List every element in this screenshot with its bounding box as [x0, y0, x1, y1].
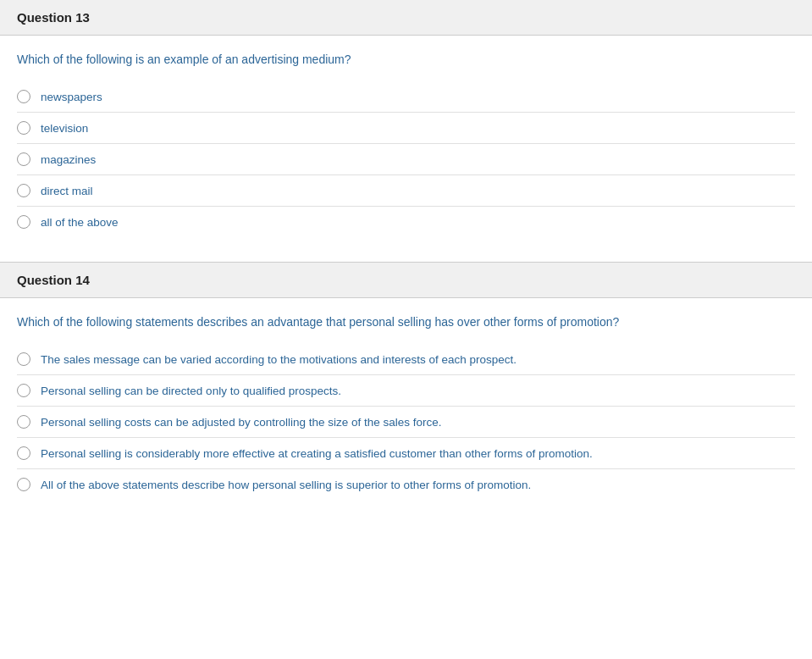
option-label-14-3: Personal selling is considerably more ef…	[41, 447, 593, 460]
radio-13-1[interactable]	[17, 121, 30, 135]
radio-14-2[interactable]	[17, 415, 30, 429]
option-row-14-4[interactable]: All of the above statements describe how…	[17, 469, 795, 500]
radio-13-0[interactable]	[17, 90, 30, 103]
question-13-header: Question 13	[0, 0, 812, 36]
radio-13-2[interactable]	[17, 152, 30, 166]
option-row-14-1[interactable]: Personal selling can be directed only to…	[17, 375, 795, 407]
option-row-13-0[interactable]: newspapers	[17, 81, 795, 113]
option-label-13-4: all of the above	[41, 216, 119, 229]
option-label-14-1: Personal selling can be directed only to…	[41, 385, 341, 397]
option-row-13-3[interactable]: direct mail	[17, 175, 795, 207]
option-row-13-2[interactable]: magazines	[17, 144, 795, 175]
option-row-13-4[interactable]: all of the above	[17, 207, 795, 237]
radio-14-1[interactable]	[17, 384, 30, 397]
question-13-number: Question 13	[17, 10, 90, 25]
option-row-13-1[interactable]: television	[17, 113, 795, 144]
option-row-14-2[interactable]: Personal selling costs can be adjusted b…	[17, 407, 795, 438]
question-13-body: Which of the following is an example of …	[0, 36, 812, 246]
option-row-14-3[interactable]: Personal selling is considerably more ef…	[17, 438, 795, 469]
radio-14-4[interactable]	[17, 478, 30, 491]
page-container: Question 13 Which of the following is an…	[0, 0, 812, 508]
option-label-13-3: direct mail	[41, 185, 93, 197]
option-label-13-1: television	[41, 122, 88, 135]
question-14-header: Question 14	[0, 263, 812, 298]
option-label-14-4: All of the above statements describe how…	[41, 479, 531, 491]
option-row-14-0[interactable]: The sales message can be varied accordin…	[17, 344, 795, 375]
option-label-14-2: Personal selling costs can be adjusted b…	[41, 416, 442, 429]
radio-14-3[interactable]	[17, 446, 30, 460]
option-label-14-0: The sales message can be varied accordin…	[41, 353, 516, 366]
question-13-text: Which of the following is an example of …	[17, 53, 795, 66]
question-block-13: Question 13 Which of the following is an…	[0, 0, 812, 263]
option-label-13-0: newspapers	[41, 91, 102, 103]
question-block-14: Question 14 Which of the following state…	[0, 263, 812, 508]
question-14-number: Question 14	[17, 273, 90, 287]
radio-14-0[interactable]	[17, 352, 30, 366]
separator-13	[0, 246, 812, 263]
radio-13-4[interactable]	[17, 215, 30, 229]
question-14-text: Which of the following statements descri…	[17, 315, 795, 329]
radio-13-3[interactable]	[17, 184, 30, 197]
option-label-13-2: magazines	[41, 153, 96, 166]
question-14-body: Which of the following statements descri…	[0, 298, 812, 508]
